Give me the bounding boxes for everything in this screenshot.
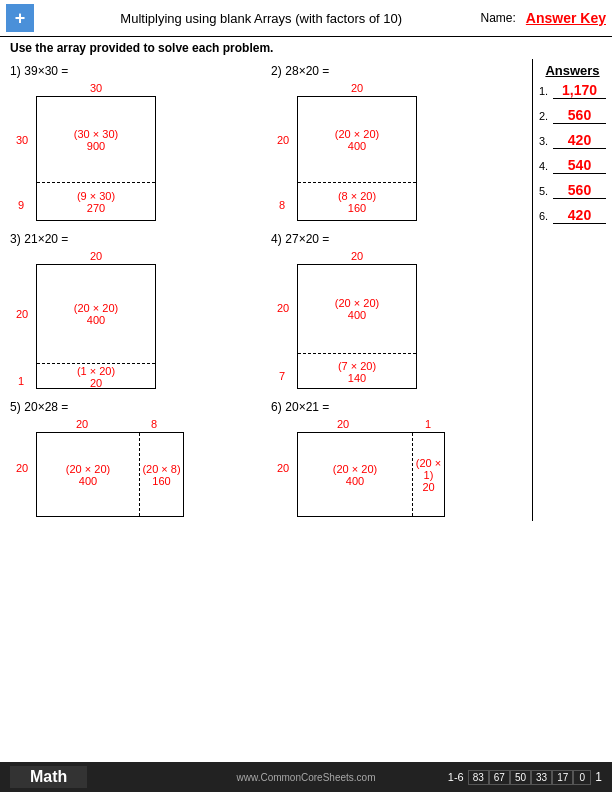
problem-4-label: 4) 27×20 =: [271, 231, 522, 246]
p2-section1-text: (20 × 20): [335, 128, 379, 140]
problem-2-label: 2) 28×20 =: [271, 63, 522, 78]
score-box: 17: [552, 770, 573, 785]
p2-array-box: (20 × 20) 400 (8 × 20) 160: [297, 96, 417, 221]
score-box: 33: [531, 770, 552, 785]
p6-section1-text: (20 × 20): [333, 463, 377, 475]
answer-num: 2.: [539, 110, 553, 122]
p1-section2-val: 270: [87, 202, 105, 214]
footer-page: 1: [595, 770, 602, 784]
p6-section2-text: (20 × 1): [413, 457, 444, 481]
footer-math-label: Math: [10, 766, 87, 788]
footer-range: 1-6: [448, 771, 464, 783]
answer-num: 3.: [539, 135, 553, 147]
p4-section2: (7 × 20) 140: [298, 354, 416, 389]
p4-top-label: 20: [351, 250, 363, 262]
p1-array-box: (30 × 30) 900 (9 × 30) 270: [36, 96, 156, 221]
problem-5: 5) 20×28 = 20 8 20 (20 × 20) 400: [10, 399, 261, 517]
p1-section1-val: 900: [87, 140, 105, 152]
p5-left-label-1: 20: [16, 462, 28, 474]
p1-top-label: 30: [90, 82, 102, 94]
p6-top-label-1: 20: [337, 418, 349, 430]
answer-num: 4.: [539, 160, 553, 172]
problem-4: 4) 27×20 = 20 20 7 (20 × 20) 400 (7 × 20…: [271, 231, 522, 389]
p3-section1-val: 400: [87, 314, 105, 326]
p6-section2: (20 × 1) 20: [413, 433, 444, 516]
answers-list: 1.1,1702.5603.4204.5405.5606.420: [539, 82, 606, 224]
p1-section2-text: (9 × 30): [77, 190, 115, 202]
problem-6-label: 6) 20×21 =: [271, 399, 522, 414]
p5-section1-val: 400: [79, 475, 97, 487]
p4-array-box: (20 × 20) 400 (7 × 20) 140: [297, 264, 417, 389]
p1-left-label-1: 30: [16, 134, 28, 146]
p5-section1-text: (20 × 20): [66, 463, 110, 475]
p4-left-label-1: 20: [277, 302, 289, 314]
problem-5-label: 5) 20×28 =: [10, 399, 261, 414]
answer-item: 5.560: [539, 182, 606, 199]
problem-2: 2) 28×20 = 20 20 8 (20 × 20) 400 (8 × 20…: [271, 63, 522, 221]
answer-val: 1,170: [553, 82, 606, 99]
p1-section1-text: (30 × 30): [74, 128, 118, 140]
page-header: + Multiplying using blank Arrays (with f…: [0, 0, 612, 37]
p5-top-label-1: 20: [76, 418, 88, 430]
answer-val: 420: [553, 132, 606, 149]
answer-num: 1.: [539, 85, 553, 97]
p3-array-box: (20 × 20) 400 (1 × 20) 20: [36, 264, 156, 389]
page-title: Multiplying using blank Arrays (with fac…: [42, 11, 481, 26]
p2-left-label-1: 20: [277, 134, 289, 146]
p6-section1-val: 400: [346, 475, 364, 487]
p4-section1-text: (20 × 20): [335, 297, 379, 309]
p5-section1: (20 × 20) 400: [37, 433, 140, 516]
p3-section2: (1 × 20) 20: [37, 364, 155, 389]
p2-section1: (20 × 20) 400: [298, 97, 416, 182]
answer-item: 6.420: [539, 207, 606, 224]
answer-item: 2.560: [539, 107, 606, 124]
p4-left-label-2: 7: [279, 370, 285, 382]
p6-top-label-2: 1: [425, 418, 431, 430]
p1-section1: (30 × 30) 900: [37, 97, 155, 182]
p6-array-box: (20 × 20) 400 (20 × 1) 20: [297, 432, 445, 517]
answer-item: 3.420: [539, 132, 606, 149]
answer-val: 560: [553, 107, 606, 124]
p5-section2-text: (20 × 8): [142, 463, 180, 475]
p1-section2: (9 × 30) 270: [37, 183, 155, 221]
p2-section2-text: (8 × 20): [338, 190, 376, 202]
score-boxes: 83675033170: [468, 770, 592, 785]
answer-item: 1.1,170: [539, 82, 606, 99]
p3-section1-text: (20 × 20): [74, 302, 118, 314]
footer-right: 1-6 83675033170 1: [448, 770, 602, 785]
answers-title: Answers: [539, 63, 606, 78]
p2-left-label-2: 8: [279, 199, 285, 211]
p3-left-label-1: 20: [16, 308, 28, 320]
p1-left-label-2: 9: [18, 199, 24, 211]
name-label: Name:: [481, 11, 516, 25]
score-box: 83: [468, 770, 489, 785]
p6-left-label-1: 20: [277, 462, 289, 474]
problem-1: 1) 39×30 = 30 30 9 (30 × 30) 900: [10, 63, 261, 221]
answer-val: 540: [553, 157, 606, 174]
p3-top-label: 20: [90, 250, 102, 262]
footer-url: www.CommonCoreSheets.com: [237, 772, 376, 783]
p3-left-label-2: 1: [18, 375, 24, 387]
p2-section2-val: 160: [348, 202, 366, 214]
answer-num: 5.: [539, 185, 553, 197]
p3-section2-val: 20: [90, 377, 102, 389]
score-box: 50: [510, 770, 531, 785]
answers-panel: Answers 1.1,1702.5603.4204.5405.5606.420: [532, 59, 612, 521]
p2-top-label: 20: [351, 82, 363, 94]
p5-section2: (20 × 8) 160: [140, 433, 183, 516]
p4-section2-val: 140: [348, 372, 366, 384]
p3-section1: (20 × 20) 400: [37, 265, 155, 363]
p6-section1: (20 × 20) 400: [298, 433, 413, 516]
p5-section2-val: 160: [152, 475, 170, 487]
score-box: 0: [573, 770, 591, 785]
answer-key-label: Answer Key: [526, 10, 606, 26]
p6-section2-val: 20: [422, 481, 434, 493]
p3-section2-text: (1 × 20): [77, 365, 115, 377]
answer-val: 420: [553, 207, 606, 224]
main-content: 1) 39×30 = 30 30 9 (30 × 30) 900: [0, 59, 612, 521]
answer-item: 4.540: [539, 157, 606, 174]
score-box: 67: [489, 770, 510, 785]
answer-num: 6.: [539, 210, 553, 222]
page-footer: Math www.CommonCoreSheets.com 1-6 836750…: [0, 762, 612, 792]
p5-top-label-2: 8: [151, 418, 157, 430]
